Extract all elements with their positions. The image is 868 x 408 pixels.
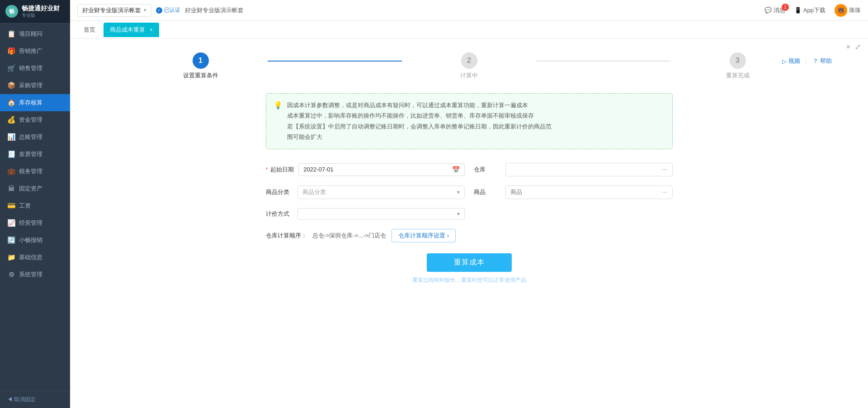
sidebar-item-accounting[interactable]: 📊 总账管理 [0, 128, 70, 146]
info-icon: 💡 [274, 101, 283, 142]
step-2-label: 计算中 [460, 71, 478, 80]
sidebar-item-tax[interactable]: 💼 税务管理 [0, 163, 70, 180]
sidebar-header: 畅 畅捷通好业财 专业版 [0, 0, 70, 24]
help-icon: ？ [812, 57, 818, 65]
sidebar-item-marketing[interactable]: 🎁 营销推广 [0, 43, 70, 60]
tab-recalc-close-icon[interactable]: × [150, 27, 153, 33]
product-group: 商品 ··· [474, 185, 673, 199]
form-area: * 起始日期 📅 仓库 ··· [266, 163, 673, 284]
info-line-1: 因成本计算参数调整，或是对商品成本有疑问时，可以通过成本重算功能，重新计算一遍成… [287, 100, 552, 110]
sidebar: 畅 畅捷通好业财 专业版 📋 项目顾问 🎁 营销推广 🛒 销售管理 📦 采购管理… [0, 0, 70, 408]
calendar-icon[interactable]: 📅 [452, 166, 460, 173]
form-row-2: 商品分类 商品分类 ▾ 商品 ··· [266, 185, 673, 199]
finance-icon: 💰 [7, 116, 15, 124]
phone-icon: 📱 [794, 7, 802, 14]
sidebar-item-label: 基础信息 [19, 253, 42, 261]
app-edition: 专业版 [22, 12, 60, 19]
pricing-select[interactable]: ▾ [297, 208, 465, 220]
sidebar-item-finance[interactable]: 💰 资金管理 [0, 111, 70, 128]
sidebar-item-assets[interactable]: 🏛 固定资产 [0, 180, 70, 197]
purchase-icon: 📦 [7, 81, 15, 90]
steps-actions: ▷ 视频 | ？ 帮助 [782, 57, 832, 65]
sidebar-item-basic[interactable]: 📁 基础信息 [0, 249, 70, 266]
steps-container: 1 设置重算条件 2 计算中 3 重算完成 [88, 52, 850, 80]
recalc-button[interactable]: 重算成本 [427, 253, 512, 272]
calc-order-label: 仓库计算顺序： [266, 232, 307, 240]
sidebar-footer-unpin[interactable]: ◀ 取消固定 [0, 391, 70, 408]
tab-recalc[interactable]: 商品成本重算 × [104, 23, 159, 37]
category-select[interactable]: 商品分类 ▾ [297, 185, 465, 199]
user-menu[interactable]: 🐻 珠珠 [835, 4, 861, 17]
sidebar-item-label: 销售管理 [19, 64, 42, 72]
step-line-1 [268, 61, 402, 62]
category-group: 商品分类 商品分类 ▾ [266, 185, 465, 199]
sidebar-item-project[interactable]: 📋 项目顾问 [0, 25, 70, 43]
operations-icon: 📈 [7, 219, 15, 227]
avatar: 🐻 [835, 4, 847, 17]
step-1-circle: 1 [193, 52, 209, 69]
app-logo: 畅 [5, 5, 18, 18]
step-1-label: 设置重算条件 [183, 71, 218, 80]
window-close-icon[interactable]: × [846, 43, 850, 51]
salary-icon: 💳 [7, 202, 15, 210]
product-dots-icon[interactable]: ··· [661, 188, 667, 196]
tab-home[interactable]: 首页 [77, 23, 102, 37]
account-selector[interactable]: 好业财专业版演示帐套 ▾ [77, 4, 151, 17]
pricing-chevron-icon: ▾ [457, 211, 460, 217]
app-name: 畅捷通好业财 [22, 5, 60, 12]
help-link[interactable]: ？ 帮助 [812, 57, 832, 65]
warehouse-input-wrap[interactable]: ··· [505, 163, 673, 176]
start-date-input-wrap[interactable]: 📅 [298, 163, 464, 176]
sidebar-item-salary[interactable]: 💳 工资 [0, 197, 70, 214]
sidebar-item-inventory[interactable]: 🏠 库存核算 [0, 94, 70, 111]
calc-order-value: 总仓->深圳仓库->...->门店仓 [312, 232, 387, 240]
calc-order-settings-button[interactable]: 仓库计算顺序设置 › [392, 229, 456, 242]
sidebar-item-label: 营销推广 [19, 47, 42, 55]
sales-icon: 🛒 [7, 64, 15, 72]
sidebar-item-label: 工资 [19, 202, 31, 210]
sidebar-item-operations[interactable]: 📈 经营管理 [0, 214, 70, 232]
message-button[interactable]: 💬 消息 1 [764, 6, 785, 14]
accounting-icon: 📊 [7, 133, 15, 141]
account-name: 好业财专业版演示帐套 [82, 6, 141, 14]
sidebar-item-label: 税务管理 [19, 167, 42, 176]
product-input-wrap[interactable]: ··· [505, 185, 673, 199]
divider: | [806, 58, 807, 65]
expense-icon: 🔄 [7, 236, 15, 244]
system-icon: ⚙ [7, 270, 15, 279]
recalc-hint: 重算过程耗时较长，重算时您可以正常使用产品 [412, 276, 526, 284]
warehouse-dots-icon[interactable]: ··· [661, 166, 667, 174]
info-line-4: 围可能会扩大 [287, 132, 552, 142]
start-date-group: * 起始日期 📅 [266, 163, 465, 176]
sidebar-item-label: 系统管理 [19, 270, 42, 279]
sidebar-item-invoice[interactable]: 🧾 发票管理 [0, 146, 70, 163]
sidebar-item-sales[interactable]: 🛒 销售管理 [0, 60, 70, 77]
tab-home-label: 首页 [84, 26, 95, 34]
info-text: 因成本计算参数调整，或是对商品成本有疑问时，可以通过成本重算功能，重新计算一遍成… [287, 100, 552, 142]
main-area: 好业财专业版演示帐套 ▾ ✓ 已认证 好业财专业版演示帐套 💬 消息 1 📱 A… [70, 0, 868, 408]
sidebar-item-label: 资金管理 [19, 116, 42, 124]
window-expand-icon[interactable]: ⤢ [855, 43, 861, 51]
step-1: 1 设置重算条件 [133, 52, 268, 80]
start-date-input[interactable] [303, 166, 449, 173]
warehouse-label: 仓库 [474, 166, 501, 174]
step-2: 2 计算中 [402, 52, 536, 80]
product-input[interactable] [510, 189, 659, 195]
warehouse-group: 仓库 ··· [474, 163, 673, 176]
pricing-label: 计价方式 [266, 210, 293, 218]
sidebar-item-expense[interactable]: 🔄 小畅报销 [0, 232, 70, 249]
video-link[interactable]: ▷ 视频 [782, 57, 800, 65]
project-icon: 📋 [7, 30, 15, 38]
warehouse-input[interactable] [510, 166, 659, 173]
sidebar-item-purchase[interactable]: 📦 采购管理 [0, 77, 70, 94]
inventory-icon: 🏠 [7, 99, 15, 107]
app-download-button[interactable]: 📱 App下载 [794, 6, 826, 14]
start-date-label: * 起始日期 [266, 166, 294, 174]
sidebar-item-label: 采购管理 [19, 81, 42, 90]
sidebar-item-label: 项目顾问 [19, 30, 42, 38]
help-label: 帮助 [820, 57, 832, 65]
video-label: 视频 [788, 57, 800, 65]
tabs-bar: 首页 商品成本重算 × [70, 21, 868, 39]
sidebar-item-system[interactable]: ⚙ 系统管理 [0, 266, 70, 283]
message-badge: 1 [782, 4, 789, 11]
